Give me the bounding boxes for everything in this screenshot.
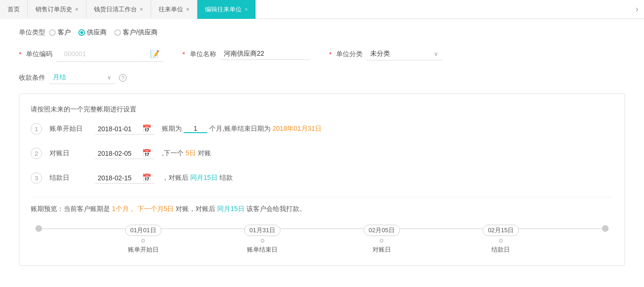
timeline-date-2: 01月31日 bbox=[244, 225, 280, 236]
tab-sales-order-history[interactable]: 销售订单历史 × bbox=[28, 0, 86, 19]
unit-category-required: * bbox=[329, 51, 331, 58]
step-3-label: 结款日 bbox=[50, 174, 87, 182]
tab-cash-close-icon[interactable]: × bbox=[140, 7, 143, 12]
unit-name-input[interactable] bbox=[220, 48, 310, 60]
timeline-left-dot bbox=[35, 225, 42, 232]
step-1-label: 账单开始日 bbox=[50, 125, 87, 133]
unit-info-row: * 单位编码 📝 * 单位名称 * 单位分类 未分类 ∨ bbox=[19, 46, 625, 62]
tab-partner-close-icon[interactable]: × bbox=[186, 7, 189, 12]
step-2-number: 2 bbox=[31, 148, 42, 159]
tab-sales-close-icon[interactable]: × bbox=[75, 7, 78, 12]
step-1-date-input[interactable] bbox=[98, 125, 140, 133]
payment-terms-value: 月结 bbox=[53, 73, 105, 82]
tab-cash-work[interactable]: 钱货日清工作台 × bbox=[86, 0, 151, 19]
radio-supplier-circle bbox=[78, 29, 85, 36]
step-2-row: 2 对账日 📅 ,下一个 5日 对账 bbox=[31, 148, 613, 159]
unit-category-value: 未分类 bbox=[370, 50, 432, 58]
unit-code-label: 单位编码 bbox=[26, 50, 52, 59]
timeline-point-3: 02月05日 对账日 bbox=[364, 225, 400, 254]
radio-customer-label: 客户 bbox=[58, 28, 71, 37]
step-1-desc: 账期为 个月,账单结束日期为 2018年01月31日 bbox=[162, 125, 322, 133]
unit-category-field: * 单位分类 未分类 ∨ bbox=[329, 48, 442, 60]
preview-end: 该客户会给我打款。 bbox=[246, 205, 306, 212]
radio-supplier-label: 供应商 bbox=[87, 28, 107, 37]
step-2-date-wrapper: 📅 bbox=[95, 148, 154, 159]
timeline-label-4: 结款日 bbox=[491, 245, 510, 254]
tab-edit-partner[interactable]: 编辑往来单位 × bbox=[197, 0, 256, 19]
step-1-desc-after: 个月,账单结束日期为 bbox=[209, 125, 271, 133]
timeline-label-2: 账单结束日 bbox=[247, 245, 278, 254]
tab-sales-label: 销售订单历史 bbox=[35, 5, 72, 14]
timeline-dot-2 bbox=[261, 239, 264, 243]
step-3-date-input[interactable] bbox=[98, 174, 140, 182]
step-1-calendar-icon[interactable]: 📅 bbox=[142, 124, 152, 133]
panel-header: 请按照未来的一个完整帐期进行设置 bbox=[31, 105, 613, 114]
radio-supplier[interactable]: 供应商 bbox=[78, 28, 107, 37]
preview-text: 账期预览：当前客户账期是 1个月， 下一个月5日 对账，对账后 同月15日 该客… bbox=[31, 205, 613, 213]
expand-icon: › bbox=[636, 4, 638, 14]
step-2-date-input[interactable] bbox=[98, 150, 140, 157]
radio-customer-circle bbox=[49, 29, 56, 36]
unit-name-required: * bbox=[182, 51, 185, 58]
step-1-number: 1 bbox=[31, 123, 42, 135]
unit-type-field: 单位类型 客户 供应商 客户/供应商 bbox=[19, 28, 158, 37]
step-2-label: 对账日 bbox=[50, 149, 87, 158]
timeline-point-4: 02月15日 结款日 bbox=[483, 225, 519, 254]
timeline-date-3: 02月05日 bbox=[364, 225, 400, 236]
main-content: 单位类型 客户 供应商 客户/供应商 * 单位编码 bbox=[0, 19, 644, 287]
tab-cash-label: 钱货日清工作台 bbox=[94, 5, 137, 14]
preview-highlight-1: 1个月， bbox=[112, 205, 136, 212]
step-3-row: 3 结款日 📅 ，对账后 同月15日 结款 bbox=[31, 172, 613, 184]
tab-expand-button[interactable]: › bbox=[630, 4, 644, 14]
unit-category-select[interactable]: 未分类 ∨ bbox=[366, 48, 442, 60]
payment-terms-help-icon[interactable]: ? bbox=[119, 74, 127, 82]
step-1-period-input[interactable] bbox=[184, 125, 207, 133]
settings-panel: 请按照未来的一个完整帐期进行设置 1 账单开始日 📅 账期为 个月,账单结束日期… bbox=[19, 93, 625, 266]
tab-home-label: 首页 bbox=[8, 5, 20, 14]
preview-highlight-3: 同月15日 bbox=[217, 205, 245, 212]
tab-home[interactable]: 首页 bbox=[0, 0, 28, 19]
timeline-right-end bbox=[602, 225, 609, 232]
payment-terms-field: 收款条件 月结 ∨ ? bbox=[19, 71, 127, 84]
step-2-calendar-icon[interactable]: 📅 bbox=[142, 149, 152, 158]
step-2-desc2: 对账 bbox=[198, 149, 211, 158]
unit-code-input[interactable] bbox=[60, 48, 150, 59]
preview-highlight-2: 下一个月5日 bbox=[137, 205, 174, 212]
unit-code-picker-icon[interactable]: 📝 bbox=[150, 50, 160, 59]
tab-partner-units[interactable]: 往来单位 × bbox=[151, 0, 197, 19]
step-2-desc: ,下一个 bbox=[162, 149, 184, 158]
step-3-highlight: 同月15日 bbox=[190, 174, 218, 182]
step-3-number: 3 bbox=[31, 172, 42, 184]
step-3-date-wrapper: 📅 bbox=[95, 172, 154, 184]
tab-edit-close-icon[interactable]: × bbox=[245, 7, 248, 12]
step-1-date-wrapper: 📅 bbox=[95, 123, 154, 135]
radio-cs-circle bbox=[114, 29, 121, 36]
step-2-desc: ,下一个 5日 对账 bbox=[162, 149, 211, 158]
tab-bar: 首页 销售订单历史 × 钱货日清工作台 × 往来单位 × 编辑往来单位 × › bbox=[0, 0, 644, 19]
step-3-desc2: 结款 bbox=[220, 174, 233, 182]
unit-code-required: * bbox=[19, 51, 21, 58]
step-3-calendar-icon[interactable]: 📅 bbox=[142, 173, 152, 182]
unit-type-label: 单位类型 bbox=[19, 28, 45, 37]
step-1-highlight: 2018年01月31日 bbox=[272, 125, 322, 133]
payment-terms-label: 收款条件 bbox=[19, 74, 45, 82]
timeline-label-1: 账单开始日 bbox=[128, 245, 159, 254]
step-3-desc: ，对账后 同月15日 结款 bbox=[162, 174, 233, 182]
tab-edit-label: 编辑往来单位 bbox=[205, 5, 242, 14]
timeline-left-end bbox=[35, 225, 42, 232]
unit-code-input-wrapper: 📝 bbox=[56, 46, 163, 62]
timeline-date-4: 02月15日 bbox=[483, 225, 519, 236]
unit-code-field: * 单位编码 📝 bbox=[19, 46, 163, 62]
payment-terms-dropdown-icon: ∨ bbox=[107, 74, 111, 81]
radio-customer-supplier[interactable]: 客户/供应商 bbox=[114, 28, 158, 37]
step-1-row: 1 账单开始日 📅 账期为 个月,账单结束日期为 2018年01月31日 bbox=[31, 123, 613, 135]
timeline-dot-1 bbox=[141, 239, 145, 243]
radio-cs-label: 客户/供应商 bbox=[123, 28, 158, 37]
timeline-label-3: 对账日 bbox=[373, 245, 391, 254]
unit-type-row: 单位类型 客户 供应商 客户/供应商 bbox=[19, 28, 625, 37]
radio-customer[interactable]: 客户 bbox=[49, 28, 71, 37]
payment-terms-row: 收款条件 月结 ∨ ? bbox=[19, 71, 625, 84]
preview-mid: 对账，对账后 bbox=[176, 205, 215, 212]
payment-terms-select[interactable]: 月结 ∨ bbox=[49, 71, 115, 84]
tab-partner-label: 往来单位 bbox=[159, 5, 183, 14]
